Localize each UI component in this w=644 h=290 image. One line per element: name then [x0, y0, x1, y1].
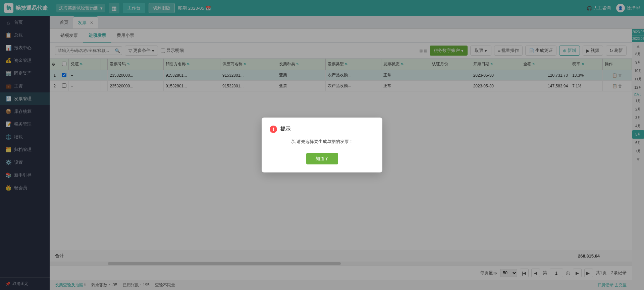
- dialog: ! 提示 亲,请先选择要生成单据的发票！ 知道了: [262, 118, 382, 173]
- dialog-footer: 知道了: [270, 153, 374, 164]
- dialog-title: 提示: [280, 126, 290, 132]
- dialog-overlay: ! 提示 亲,请先选择要生成单据的发票！ 知道了: [0, 0, 644, 290]
- dialog-warning-icon: !: [270, 126, 277, 133]
- dialog-confirm-button[interactable]: 知道了: [306, 153, 338, 164]
- dialog-body: 亲,请先选择要生成单据的发票！: [270, 138, 374, 145]
- dialog-header: ! 提示: [270, 126, 374, 133]
